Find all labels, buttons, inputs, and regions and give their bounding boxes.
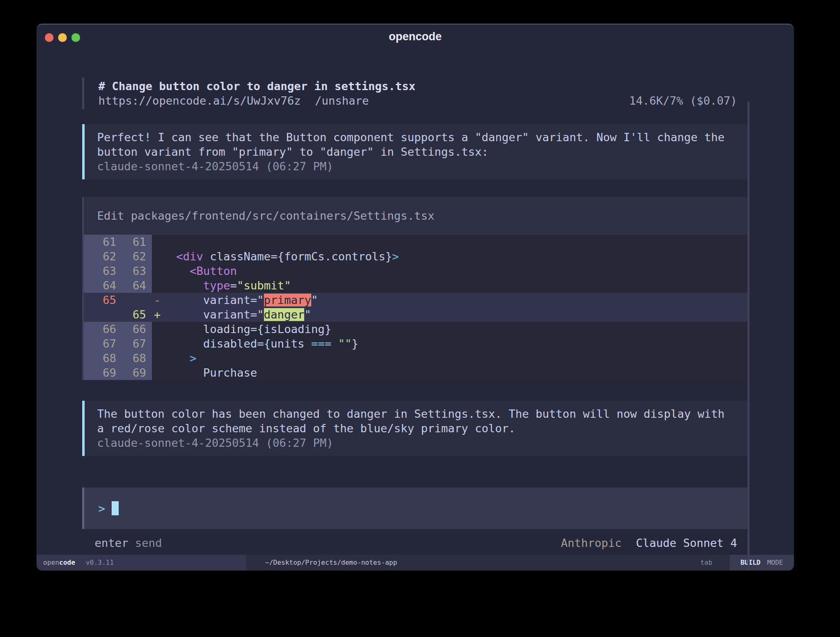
traffic-lights [45, 33, 80, 42]
diff-row: 6363 <Button [84, 264, 750, 278]
diff-row: 6666 loading={isLoading} [84, 322, 750, 336]
model-name: Claude Sonnet 4 [636, 537, 737, 549]
working-directory: ~/Desktop/Projects/demo-notes-app [265, 555, 397, 571]
message-line: button variant from "primary" to "danger… [97, 145, 737, 159]
text-cursor [112, 501, 119, 515]
app-name-bold: code [59, 559, 76, 566]
provider-name: Anthropic [561, 537, 622, 549]
assistant-message: Perfect! I can see that the Button compo… [82, 124, 750, 179]
unshare-command[interactable]: /unshare [315, 93, 369, 108]
build-mode-segment: BUILDMODE [730, 555, 794, 571]
message-line: Perfect! I can see that the Button compo… [97, 130, 737, 145]
chat-viewport: # Change button color to danger in setti… [37, 49, 794, 555]
session-title: # Change button color to danger in setti… [98, 79, 737, 93]
diff-row: 6262 <div className={formCs.controls}> [84, 249, 750, 264]
app-name-normal: open [43, 559, 59, 566]
share-url-link[interactable]: https://opencode.ai/s/UwJxv76z [98, 93, 301, 108]
message-line: a red/rose color scheme instead of the b… [97, 421, 737, 436]
enter-key-hint: enter [95, 536, 128, 550]
mode-primary: BUILD [740, 559, 760, 566]
context-usage-stats: 14.6K/7% ($0.07) [629, 93, 737, 108]
message-line: The button color has been changed to dan… [97, 407, 737, 421]
edit-tool-title: Edit packages/frontend/src/containers/Se… [84, 197, 750, 235]
diff-row: 6464 type="submit" [84, 278, 750, 293]
diff-row: 6969 Purchase [84, 365, 750, 380]
app-version: v0.3.11 [86, 559, 114, 566]
diff-row: 65- variant="primary" [84, 293, 750, 307]
edit-tool-card: Edit packages/frontend/src/containers/Se… [82, 197, 750, 380]
diff-row: 6868 > [84, 351, 750, 365]
message-model-meta: claude-sonnet-4-20250514 (06:27 PM) [97, 436, 737, 450]
tab-key-hint: tab [700, 555, 712, 571]
diff-row: 6767 disabled={units === ""} [84, 336, 750, 351]
minimize-window-icon[interactable] [58, 33, 67, 42]
send-action-hint: send [135, 536, 162, 550]
diff-row: 65+ variant="danger" [84, 307, 750, 322]
window-titlebar: opencode [37, 24, 794, 49]
prompt-input[interactable]: > [82, 488, 750, 529]
close-window-icon[interactable] [45, 33, 54, 42]
status-bar: opencode v0.3.11 ~/Desktop/Projects/demo… [37, 555, 794, 571]
scrollbar[interactable] [747, 102, 750, 571]
session-header: # Change button color to danger in setti… [82, 78, 750, 109]
window-title: opencode [37, 24, 794, 49]
mode-secondary: MODE [767, 559, 783, 566]
assistant-message: The button color has been changed to dan… [82, 401, 750, 456]
opencode-terminal-window: opencode # Change button color to danger… [37, 24, 794, 571]
prompt-symbol: > [98, 501, 105, 516]
diff-row: 6161 [84, 235, 750, 249]
model-info: Anthropic Claude Sonnet 4 [561, 536, 737, 550]
hint-row: enter send Anthropic Claude Sonnet 4 [82, 536, 750, 550]
message-model-meta: claude-sonnet-4-20250514 (06:27 PM) [97, 159, 737, 174]
zoom-window-icon[interactable] [71, 33, 80, 42]
diff-table: 61616262 <div className={formCs.controls… [84, 235, 750, 380]
app-version-segment: opencode v0.3.11 [37, 555, 246, 571]
